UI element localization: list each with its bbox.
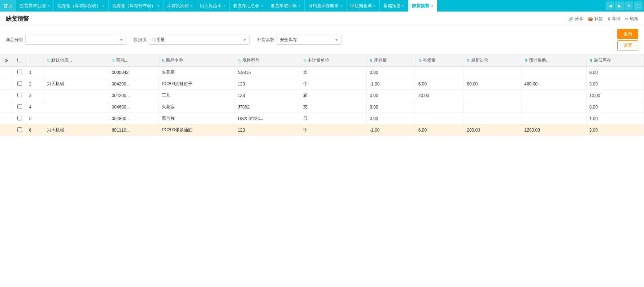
cell-settings-5 bbox=[0, 124, 13, 136]
nav-prev-button[interactable]: ◀ bbox=[606, 1, 614, 10]
cell-settings-0 bbox=[0, 67, 13, 78]
tab-flow[interactable]: 出入库流水 × bbox=[196, 0, 230, 12]
tab-shortage[interactable]: 缺货预警 × bbox=[408, 0, 437, 12]
data-table: ⚙ ⇅ 默认供应... ⇅ bbox=[0, 54, 644, 136]
cell-name-0: 火花塞 bbox=[159, 67, 235, 78]
cell-code-0: 0000042 bbox=[109, 67, 159, 78]
col-estimated-purchase[interactable]: ⇅ 预计采购... bbox=[521, 54, 586, 67]
tab-batch[interactable]: 库存批次账 × bbox=[164, 0, 197, 12]
cell-rownum-1: 2 bbox=[26, 78, 44, 90]
sort-code-icon: ⇅ bbox=[112, 58, 115, 62]
cell-name-2: 三九 bbox=[159, 90, 235, 101]
row-checkbox-3[interactable] bbox=[17, 104, 22, 109]
tab-demand[interactable]: 要货单统计表 × bbox=[267, 0, 305, 12]
table-header-row: ⚙ ⇅ 默认供应... ⇅ bbox=[0, 54, 644, 67]
row-checkbox-1[interactable] bbox=[17, 81, 22, 86]
category-chevron-icon: ▼ bbox=[119, 38, 123, 42]
tab-home[interactable]: 首页 bbox=[0, 0, 16, 12]
cell-checkbox-0[interactable] bbox=[13, 67, 26, 78]
close-tab-stock-status[interactable]: × bbox=[103, 4, 105, 8]
cell-checkbox-3[interactable] bbox=[13, 101, 26, 113]
close-tab-shortage[interactable]: × bbox=[431, 4, 433, 8]
close-tab-expiry[interactable]: × bbox=[374, 4, 376, 8]
close-tab-flow[interactable]: × bbox=[223, 4, 226, 8]
cell-spec-3: J7092 bbox=[235, 101, 300, 113]
col-rownum bbox=[26, 54, 44, 67]
cell-rownum-4: 5 bbox=[26, 113, 44, 124]
col-product-name[interactable]: ⇅ 商品名称 bbox=[159, 54, 235, 67]
sort-price-icon: ⇅ bbox=[467, 58, 470, 62]
replenish-value: 安全库存 bbox=[280, 37, 297, 43]
tab-stock-status[interactable]: 现存量（库存状况表） × bbox=[54, 0, 109, 12]
col-checkbox-header[interactable] bbox=[13, 54, 26, 67]
datasource-select[interactable]: 可用量 ▼ bbox=[149, 35, 250, 45]
sort-unit-icon: ⇅ bbox=[303, 58, 306, 62]
cell-min-0: 8.00 bbox=[586, 67, 644, 78]
tab-summary[interactable]: 收发存汇总表 × bbox=[230, 0, 267, 12]
cell-price-1: 80.00 bbox=[464, 78, 521, 90]
gear-icon[interactable]: ⚙ bbox=[4, 58, 8, 63]
table-row: 5 004800... 离合片 DS250*23c... 只 0.00 1.00 bbox=[0, 113, 644, 124]
share-icon: 🔗 bbox=[568, 17, 574, 22]
nav-next-button[interactable]: ▶ bbox=[615, 1, 624, 10]
refresh-button[interactable]: ↻ 刷新 bbox=[625, 16, 638, 22]
category-select[interactable]: ▼ bbox=[25, 35, 126, 45]
close-tab-demand[interactable]: × bbox=[299, 4, 301, 8]
cell-replenish-0 bbox=[415, 67, 464, 78]
cell-code-3: 004600... bbox=[109, 101, 159, 113]
cell-code-1: 004200... bbox=[109, 78, 159, 90]
col-product-code[interactable]: ⇅ 商品... bbox=[109, 54, 159, 67]
cell-checkbox-4[interactable] bbox=[13, 113, 26, 124]
share-button[interactable]: 🔗 分享 bbox=[568, 16, 583, 22]
cell-checkbox-2[interactable] bbox=[13, 90, 26, 101]
sort-replenish-icon: ⇅ bbox=[418, 58, 421, 62]
close-tab-stock-dist[interactable]: × bbox=[157, 4, 160, 8]
cell-spec-0: SS816 bbox=[235, 67, 300, 78]
col-latest-price[interactable]: ⇅ 最新进价 bbox=[464, 54, 521, 67]
nav-close-button[interactable]: ✕ bbox=[625, 1, 633, 10]
cell-price-0 bbox=[464, 67, 521, 78]
query-button[interactable]: 查询 bbox=[617, 29, 638, 39]
select-all-checkbox[interactable] bbox=[17, 58, 22, 62]
col-settings[interactable]: ⚙ bbox=[0, 54, 13, 67]
close-tab-summary[interactable]: × bbox=[261, 4, 263, 8]
close-tab-overstock[interactable]: × bbox=[402, 4, 405, 8]
cell-unit-2: 箱 bbox=[300, 90, 367, 101]
close-tab-batch[interactable]: × bbox=[191, 4, 193, 8]
col-stock[interactable]: ⇅ 库存量 bbox=[367, 54, 415, 67]
col-min-stock[interactable]: ⇅ 最低库存 bbox=[586, 54, 644, 67]
export-button[interactable]: ⬇ 导出 bbox=[607, 16, 621, 22]
cell-unit-3: 支 bbox=[300, 101, 367, 113]
col-unit[interactable]: ⇅ 主计量单位 bbox=[300, 54, 367, 67]
col-replenish-qty[interactable]: ⇅ 补货量 bbox=[415, 54, 464, 67]
tab-overstock[interactable]: 超储预警 × bbox=[380, 0, 409, 12]
tab-abnormal[interactable]: 拣货异常处理 × bbox=[16, 0, 54, 12]
cell-checkbox-5[interactable] bbox=[13, 124, 26, 136]
col-supplier[interactable]: ⇅ 默认供应... bbox=[44, 54, 109, 67]
replenish-chevron-icon: ▼ bbox=[335, 38, 338, 42]
cell-stock-0: 0.00 bbox=[367, 67, 415, 78]
cell-min-5: 3.00 bbox=[586, 124, 644, 136]
nav-fullscreen-button[interactable]: ⛶ bbox=[634, 1, 643, 10]
cell-checkbox-1[interactable] bbox=[13, 78, 26, 90]
replenish-button[interactable]: 📦 补货 bbox=[588, 16, 603, 22]
row-checkbox-4[interactable] bbox=[17, 116, 22, 120]
cell-settings-4 bbox=[0, 113, 13, 124]
tab-stock-dist[interactable]: 现存量（库存分布表） × bbox=[109, 0, 164, 12]
tab-available[interactable]: 可用量库存账本 × bbox=[305, 0, 347, 12]
close-tab-available[interactable]: × bbox=[340, 4, 343, 8]
cell-spec-5: 123 bbox=[235, 124, 300, 136]
tab-expiry[interactable]: 保质期查询 × bbox=[347, 0, 380, 12]
table-row: 2 力天机械 004200... PC200油缸缸子 123 个 -1.00 6… bbox=[0, 78, 644, 90]
row-checkbox-5[interactable] bbox=[17, 127, 22, 132]
row-checkbox-2[interactable] bbox=[17, 93, 22, 97]
cell-min-1: 3.00 bbox=[586, 78, 644, 90]
cell-min-3: 8.00 bbox=[586, 101, 644, 113]
cell-code-4: 004800... bbox=[109, 113, 159, 124]
close-tab-abnormal[interactable]: × bbox=[48, 4, 50, 8]
col-spec[interactable]: ⇅ 规格型号 bbox=[235, 54, 300, 67]
replenish-select[interactable]: 安全库存 ▼ bbox=[277, 35, 341, 45]
settings-button[interactable]: 设置 bbox=[617, 40, 638, 50]
row-checkbox-0[interactable] bbox=[17, 70, 22, 74]
cell-settings-3 bbox=[0, 101, 13, 113]
